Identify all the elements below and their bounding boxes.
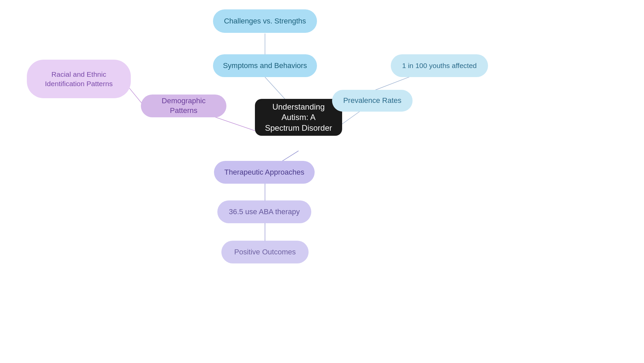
therapeutic-node[interactable]: Therapeutic Approaches [214, 161, 315, 184]
challenges-node[interactable]: Challenges vs. Strengths [213, 9, 317, 33]
center-node[interactable]: Understanding Autism: A Spectrum Disorde… [255, 99, 342, 136]
connections-svg [0, 0, 644, 363]
prevalence-label: Prevalence Rates [343, 96, 401, 106]
racial-node[interactable]: Racial and Ethnic Identification Pattern… [27, 60, 131, 98]
symptoms-label: Symptoms and Behaviors [223, 61, 307, 71]
challenges-label: Challenges vs. Strengths [224, 16, 306, 26]
racial-label: Racial and Ethnic Identification Pattern… [36, 70, 121, 88]
demographic-label: Demographic Patterns [150, 96, 217, 115]
center-label: Understanding Autism: A Spectrum Disorde… [264, 102, 333, 133]
prevalence-rates-node[interactable]: Prevalence Rates [332, 90, 413, 112]
mind-map: Understanding Autism: A Spectrum Disorde… [0, 0, 644, 363]
outcomes-label: Positive Outcomes [234, 247, 296, 257]
aba-label: 36.5 use ABA therapy [229, 207, 300, 217]
symptoms-node[interactable]: Symptoms and Behaviors [213, 54, 317, 77]
youths-node[interactable]: 1 in 100 youths affected [391, 54, 488, 77]
demographic-node[interactable]: Demographic Patterns [141, 95, 226, 117]
aba-node[interactable]: 36.5 use ABA therapy [217, 200, 311, 223]
therapeutic-label: Therapeutic Approaches [224, 168, 305, 177]
outcomes-node[interactable]: Positive Outcomes [221, 241, 309, 263]
youths-label: 1 in 100 youths affected [402, 61, 477, 70]
